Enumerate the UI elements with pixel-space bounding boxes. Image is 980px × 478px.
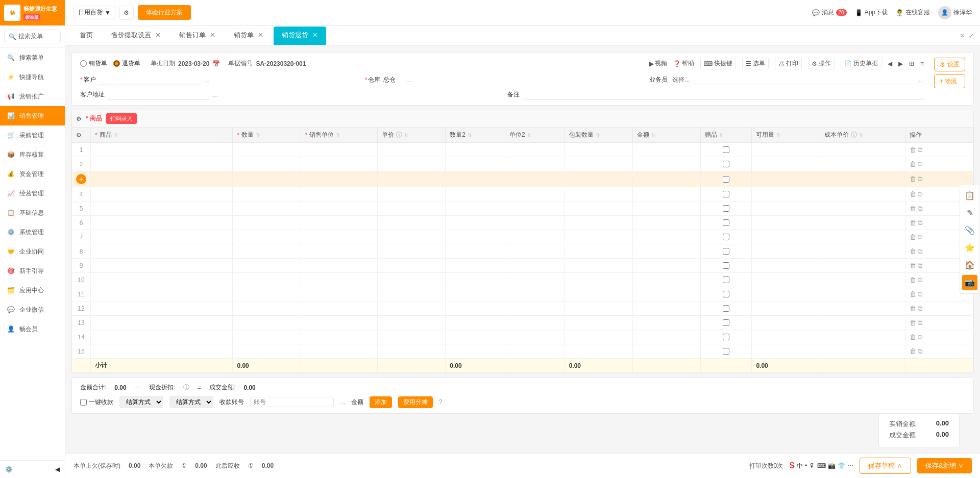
- tab-price-setting[interactable]: 售价提取设置✕: [103, 27, 169, 45]
- address-more[interactable]: ...: [213, 91, 218, 98]
- notification-btn[interactable]: 💬 消息 70: [812, 8, 847, 17]
- cell-sales-unit-13[interactable]: [301, 316, 377, 330]
- cell-product-14[interactable]: [91, 330, 233, 344]
- online-service-btn[interactable]: 👨‍💼 在线客服: [896, 8, 930, 17]
- cell-product-1[interactable]: [91, 143, 233, 157]
- cell-package-qty-1[interactable]: [565, 143, 632, 157]
- cell-unit2-7[interactable]: [505, 230, 565, 244]
- scan-button[interactable]: 扫码录入: [106, 113, 137, 124]
- cell-cost-price-6[interactable]: [820, 216, 905, 230]
- gift-checkbox-6[interactable]: [723, 219, 729, 226]
- cell-amount-7[interactable]: [633, 230, 701, 244]
- cell-package-qty-7[interactable]: [565, 230, 632, 244]
- calculation-method-select[interactable]: 结算方式: [169, 396, 213, 408]
- copy-row-1[interactable]: ⧉: [918, 146, 922, 154]
- cell-package-qty-15[interactable]: [565, 344, 632, 359]
- sidebar-item-purchase[interactable]: 🛒采购管理: [0, 125, 65, 145]
- cell-quantity-2[interactable]: [233, 157, 301, 171]
- save-draft-btn[interactable]: 保存草稿 ∧: [860, 458, 911, 474]
- gift-checkbox-11[interactable]: [723, 291, 729, 297]
- cell-package-qty-14[interactable]: [565, 330, 632, 344]
- cell-cost-price-3[interactable]: [820, 171, 905, 187]
- account-more[interactable]: ...: [340, 398, 345, 406]
- cell-amount-5[interactable]: [633, 202, 701, 216]
- cell-quantity-1[interactable]: [233, 143, 301, 157]
- cell-product-6[interactable]: [91, 216, 233, 230]
- account-input[interactable]: [250, 397, 334, 407]
- cell-unit-price-1[interactable]: [377, 143, 445, 157]
- cell-amount-4[interactable]: [633, 187, 701, 202]
- sort-gift-icon[interactable]: ⇅: [719, 132, 723, 138]
- salesperson-more[interactable]: ...: [919, 77, 924, 84]
- right-panel-btn-1[interactable]: 📋: [962, 188, 977, 204]
- cell-quantity2-13[interactable]: [446, 316, 505, 330]
- cell-sales-unit-15[interactable]: [301, 344, 377, 359]
- cell-package-qty-2[interactable]: [565, 157, 632, 171]
- cell-available-5[interactable]: [752, 202, 820, 216]
- cell-cost-price-5[interactable]: [820, 202, 905, 216]
- tab-close-price-setting[interactable]: ✕: [155, 31, 161, 39]
- product-input[interactable]: [95, 175, 228, 183]
- tab-sales-return[interactable]: 销货退货✕: [274, 27, 326, 45]
- radio-delivery[interactable]: 销货单: [80, 59, 107, 68]
- cell-quantity-4[interactable]: [233, 187, 301, 202]
- tab-close-sales-delivery[interactable]: ✕: [258, 31, 263, 39]
- cell-amount-3[interactable]: [633, 171, 701, 187]
- add-row-btn[interactable]: +: [76, 174, 86, 184]
- help-btn[interactable]: ❓ 帮助: [673, 59, 694, 68]
- cell-sales-unit-10[interactable]: [301, 273, 377, 287]
- cell-sales-unit-5[interactable]: [301, 202, 377, 216]
- cell-available-8[interactable]: [752, 244, 820, 259]
- cell-product-15[interactable]: [91, 344, 233, 359]
- search-menu-button[interactable]: 🔍 搜索菜单: [4, 30, 61, 43]
- customer-input[interactable]: [99, 74, 201, 85]
- copy-row-7[interactable]: ⧉: [918, 233, 922, 241]
- cell-gift-3[interactable]: [701, 171, 752, 187]
- cell-gift-2[interactable]: [701, 157, 752, 171]
- address-input[interactable]: [108, 89, 210, 100]
- cell-quantity2-10[interactable]: [446, 273, 505, 287]
- cell-amount-2[interactable]: [633, 157, 701, 171]
- copy-row-10[interactable]: ⧉: [918, 276, 922, 284]
- sidebar-item-search[interactable]: 🔍搜索菜单: [0, 48, 65, 67]
- cell-unit2-10[interactable]: [505, 273, 565, 287]
- sort-price-icon[interactable]: ⇅: [404, 132, 408, 138]
- cell-product-7[interactable]: [91, 230, 233, 244]
- video-btn[interactable]: ▶ 视频: [649, 59, 667, 68]
- cell-quantity-5[interactable]: [233, 202, 301, 216]
- close-tab-icon[interactable]: ✕: [960, 32, 965, 39]
- cell-amount-13[interactable]: [633, 316, 701, 330]
- gift-checkbox-15[interactable]: [723, 348, 729, 355]
- cell-available-9[interactable]: [752, 259, 820, 273]
- copy-row-14[interactable]: ⧉: [918, 333, 922, 341]
- cell-quantity2-14[interactable]: [446, 330, 505, 344]
- sidebar-item-basic[interactable]: 📋基础信息: [0, 203, 65, 222]
- cell-gift-1[interactable]: [701, 143, 752, 157]
- cell-gift-5[interactable]: [701, 202, 752, 216]
- cell-amount-12[interactable]: [633, 301, 701, 316]
- cell-unit2-14[interactable]: [505, 330, 565, 344]
- app-download-btn[interactable]: 📱 App下载: [855, 8, 888, 17]
- cell-amount-6[interactable]: [633, 216, 701, 230]
- cell-available-3[interactable]: [752, 171, 820, 187]
- cell-gift-12[interactable]: [701, 301, 752, 316]
- sidebar-item-system[interactable]: ⚙️系统管理: [0, 222, 65, 242]
- cell-quantity-3[interactable]: [233, 171, 301, 187]
- cell-amount-10[interactable]: [633, 273, 701, 287]
- sort-pkg-icon[interactable]: ⇅: [596, 132, 600, 138]
- sidebar-item-sales[interactable]: 📊销售管理: [0, 106, 65, 125]
- cell-quantity-9[interactable]: [233, 259, 301, 273]
- cell-cost-price-4[interactable]: [820, 187, 905, 202]
- cell-available-10[interactable]: [752, 273, 820, 287]
- cell-available-13[interactable]: [752, 316, 820, 330]
- fenpai-help-icon[interactable]: ?: [439, 398, 443, 406]
- cell-cost-price-14[interactable]: [820, 330, 905, 344]
- right-panel-btn-4[interactable]: ⭐: [962, 240, 977, 256]
- tab-sales-delivery[interactable]: 销货单✕: [226, 27, 272, 45]
- gift-checkbox-13[interactable]: [723, 319, 729, 326]
- gift-checkbox-12[interactable]: [723, 305, 729, 312]
- cell-package-qty-5[interactable]: [565, 202, 632, 216]
- cell-quantity2-8[interactable]: [446, 244, 505, 259]
- cell-sales-unit-9[interactable]: [301, 259, 377, 273]
- print-btn[interactable]: 🖨 打印: [775, 58, 802, 69]
